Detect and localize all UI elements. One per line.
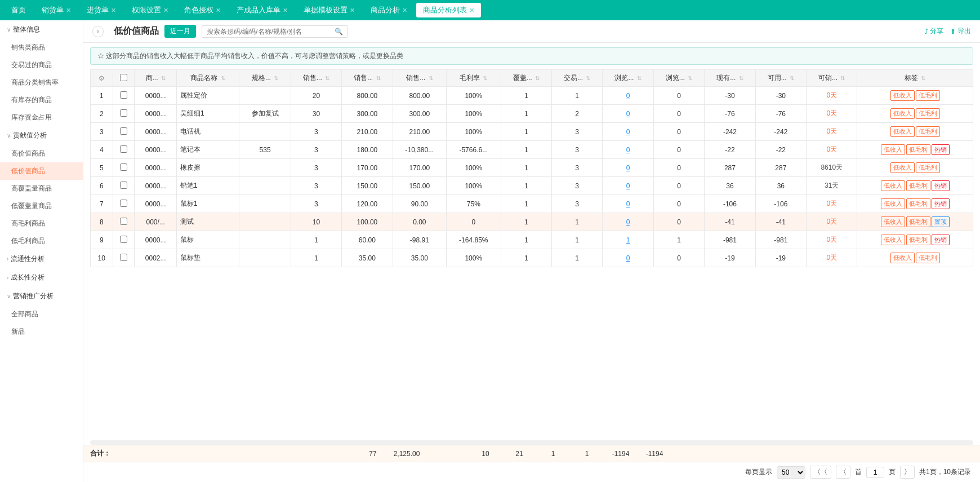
search-input[interactable] bbox=[207, 28, 332, 36]
column-trade[interactable]: 交易... ⇅ bbox=[551, 70, 602, 87]
row-qty: 1 bbox=[291, 249, 341, 267]
nav-role-auth[interactable]: 角色授权 ✕ bbox=[177, 3, 228, 17]
nav-product-inbound[interactable]: 产成品入库单 ✕ bbox=[230, 3, 295, 17]
nav-purchase-order[interactable]: 进货单 ✕ bbox=[80, 3, 123, 17]
row-select-checkbox[interactable] bbox=[120, 236, 127, 243]
column-tags[interactable]: 标签 ⇅ bbox=[857, 70, 973, 87]
row-checkbox[interactable] bbox=[113, 177, 135, 195]
sidebar-item-low-coverage[interactable]: 低覆盖量商品 bbox=[0, 197, 83, 215]
row-sales: 300.00 bbox=[342, 105, 393, 123]
collapse-sidebar-button[interactable]: « bbox=[92, 26, 104, 37]
row-checkbox[interactable] bbox=[113, 231, 135, 249]
row-select-checkbox[interactable] bbox=[120, 145, 127, 153]
sidebar-item-low-value[interactable]: 低价值商品 bbox=[0, 162, 83, 180]
row-checkbox[interactable] bbox=[113, 249, 135, 267]
row-checkbox[interactable] bbox=[113, 123, 135, 141]
close-icon[interactable]: ✕ bbox=[402, 7, 407, 14]
column-saleable[interactable]: 可销... ⇅ bbox=[807, 70, 857, 87]
close-icon[interactable]: ✕ bbox=[111, 7, 116, 14]
column-avg-sales[interactable]: 销售... ⇅ bbox=[393, 70, 446, 87]
close-icon[interactable]: ✕ bbox=[66, 7, 71, 14]
sidebar-section-overall[interactable]: ∨ 整体信息 bbox=[0, 20, 83, 39]
row-select-checkbox[interactable] bbox=[120, 200, 127, 207]
first-page-button[interactable]: 〈〈 bbox=[810, 466, 831, 479]
sidebar-item-low-margin[interactable]: 低毛利商品 bbox=[0, 232, 83, 250]
row-select-checkbox[interactable] bbox=[120, 182, 127, 189]
share-button[interactable]: ⤴ 分享 bbox=[925, 26, 943, 36]
next-page-button[interactable]: 〉 bbox=[900, 466, 915, 479]
row-sales: 150.00 bbox=[342, 177, 393, 195]
row-select-checkbox[interactable] bbox=[120, 254, 127, 261]
row-select-checkbox[interactable] bbox=[120, 109, 127, 117]
row-tags: 低收入低毛利 bbox=[857, 87, 973, 105]
sidebar-item-traded-goods[interactable]: 交易过的商品 bbox=[0, 56, 83, 74]
column-gear[interactable]: ⚙ bbox=[91, 70, 113, 87]
nav-home[interactable]: 首页 bbox=[5, 3, 33, 17]
column-sales[interactable]: 销售... ⇅ bbox=[342, 70, 393, 87]
column-qty[interactable]: 销售... ⇅ bbox=[291, 70, 341, 87]
nav-sales-order[interactable]: 销货单 ✕ bbox=[35, 3, 78, 17]
nav-permission-settings[interactable]: 权限设置 ✕ bbox=[125, 3, 175, 17]
horizontal-scrollbar[interactable] bbox=[90, 440, 973, 445]
page-number-input[interactable] bbox=[866, 467, 884, 478]
column-spec[interactable]: 规格... ⇅ bbox=[239, 70, 291, 87]
row-checkbox[interactable] bbox=[113, 213, 135, 231]
close-icon[interactable]: ✕ bbox=[163, 7, 168, 14]
nav-product-analysis[interactable]: 商品分析 ✕ bbox=[364, 3, 414, 17]
filter-recent-month-button[interactable]: 近一月 bbox=[164, 25, 196, 38]
sidebar-item-new-goods[interactable]: 新品 bbox=[0, 323, 83, 341]
column-browse1[interactable]: 浏览... ⇅ bbox=[603, 70, 653, 87]
row-select-checkbox[interactable] bbox=[120, 127, 127, 135]
close-icon[interactable]: ✕ bbox=[350, 7, 355, 14]
row-browse1[interactable]: 0 bbox=[603, 159, 653, 177]
row-checkbox[interactable] bbox=[113, 87, 135, 105]
row-browse1[interactable]: 0 bbox=[603, 213, 653, 231]
sidebar-item-high-value[interactable]: 高价值商品 bbox=[0, 145, 83, 162]
nav-template-settings[interactable]: 单据模板设置 ✕ bbox=[297, 3, 362, 17]
export-button[interactable]: ⬆ 导出 bbox=[950, 26, 971, 36]
sidebar-section-marketing[interactable]: ∨ 营销推广分析 bbox=[0, 287, 83, 306]
column-margin[interactable]: 毛利率 ⇅ bbox=[447, 70, 501, 87]
column-code[interactable]: 商... ⇅ bbox=[135, 70, 176, 87]
column-current[interactable]: 现有... ⇅ bbox=[705, 70, 755, 87]
row-browse1[interactable]: 0 bbox=[603, 141, 653, 159]
sidebar-item-all-goods[interactable]: 全部商品 bbox=[0, 306, 83, 323]
row-browse1[interactable]: 0 bbox=[603, 195, 653, 213]
sidebar-item-category-sales-rate[interactable]: 商品分类销售率 bbox=[0, 74, 83, 91]
row-select-checkbox[interactable] bbox=[120, 91, 127, 99]
row-select-checkbox[interactable] bbox=[120, 163, 127, 171]
row-browse1[interactable]: 0 bbox=[603, 123, 653, 141]
column-name[interactable]: 商品名称 ⇅ bbox=[176, 70, 239, 87]
row-checkbox[interactable] bbox=[113, 159, 135, 177]
sidebar-section-circulation[interactable]: › 流通性分析 bbox=[0, 250, 83, 268]
close-icon[interactable]: ✕ bbox=[469, 7, 474, 14]
row-checkbox[interactable] bbox=[113, 141, 135, 159]
row-saleable: 0天 bbox=[807, 87, 857, 105]
row-checkbox[interactable] bbox=[113, 195, 135, 213]
row-browse1[interactable]: 1 bbox=[603, 231, 653, 249]
gear-icon[interactable]: ⚙ bbox=[99, 74, 105, 82]
row-browse1[interactable]: 0 bbox=[603, 105, 653, 123]
row-checkbox[interactable] bbox=[113, 105, 135, 123]
column-browse2[interactable]: 浏览... ⇅ bbox=[653, 70, 704, 87]
sidebar-item-in-stock-goods[interactable]: 有库存的商品 bbox=[0, 91, 83, 109]
close-icon[interactable]: ✕ bbox=[283, 7, 288, 14]
sidebar-section-growth[interactable]: › 成长性分析 bbox=[0, 268, 83, 287]
sidebar-item-inventory-capital[interactable]: 库存资金占用 bbox=[0, 109, 83, 126]
sidebar-item-high-coverage[interactable]: 高覆盖量商品 bbox=[0, 180, 83, 197]
nav-product-analysis-list[interactable]: 商品分析列表 ✕ bbox=[416, 3, 481, 17]
sidebar-item-sales-goods[interactable]: 销售类商品 bbox=[0, 39, 83, 56]
row-select-checkbox[interactable] bbox=[120, 218, 127, 225]
column-coverage[interactable]: 覆盖... ⇅ bbox=[501, 70, 551, 87]
row-browse1[interactable]: 0 bbox=[603, 249, 653, 267]
page-size-select[interactable]: 50 100 200 bbox=[777, 466, 805, 479]
row-browse1[interactable]: 0 bbox=[603, 177, 653, 195]
search-icon[interactable]: 🔍 bbox=[335, 28, 343, 36]
prev-page-button[interactable]: 〈 bbox=[836, 466, 850, 479]
sidebar-section-contribution[interactable]: ∨ 贡献值分析 bbox=[0, 126, 83, 145]
row-browse1[interactable]: 0 bbox=[603, 87, 653, 105]
column-available[interactable]: 可用... ⇅ bbox=[755, 70, 806, 87]
select-all-checkbox[interactable] bbox=[120, 74, 127, 81]
close-icon[interactable]: ✕ bbox=[216, 7, 221, 14]
sidebar-item-high-margin[interactable]: 高毛利商品 bbox=[0, 215, 83, 232]
